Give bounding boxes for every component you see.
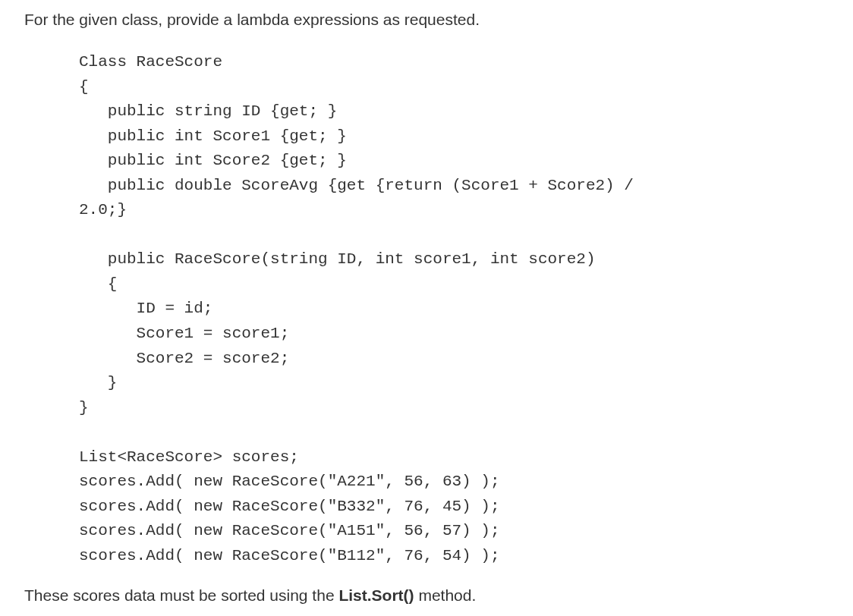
outro-bold: List.Sort() <box>338 586 414 604</box>
question-outro: These scores data must be sorted using t… <box>24 586 829 605</box>
code-snippet: Class RaceScore { public string ID {get;… <box>79 50 829 568</box>
outro-suffix: method. <box>414 586 477 604</box>
outro-prefix: These scores data must be sorted using t… <box>24 586 338 604</box>
question-intro: For the given class, provide a lambda ex… <box>24 11 829 29</box>
